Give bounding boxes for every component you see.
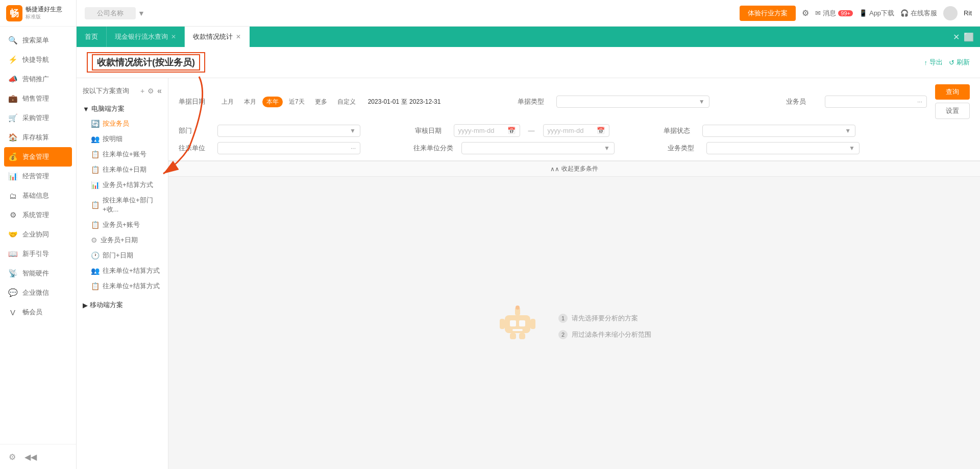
voucher-status-chevron: ▼ bbox=[845, 127, 851, 134]
home-tab-label: 首页 bbox=[85, 32, 98, 41]
quick-nav-icon: ⚡ bbox=[8, 55, 17, 64]
sidebar-item-search-menu[interactable]: 🔍 搜索菜单 bbox=[0, 31, 76, 50]
review-date-end-text: yyyy-mm-dd bbox=[548, 127, 584, 134]
bank-tab-label: 现金银行流水查询 bbox=[115, 32, 168, 41]
empty-step-1: 1 请先选择要分析的方案 bbox=[558, 314, 638, 323]
tab-bar: 首页 现金银行流水查询 ✕ 收款情况统计 ✕ ✕ ⬜ bbox=[77, 27, 980, 47]
collapse-panel-icon[interactable]: « bbox=[157, 86, 162, 96]
user-avatar[interactable] bbox=[943, 6, 958, 20]
svg-point-5 bbox=[516, 306, 520, 310]
sidebar-item-quick-nav[interactable]: ⚡ 快捷导航 bbox=[0, 50, 76, 69]
sidebar-item-wechat[interactable]: 💬 企业微信 bbox=[0, 283, 76, 302]
maximize-window-icon[interactable]: ⬜ bbox=[964, 32, 974, 42]
scheme-item-salesperson-date[interactable]: ⚙ 业务员+日期 bbox=[77, 232, 168, 248]
trial-button[interactable]: 体验行业方案 bbox=[740, 6, 796, 21]
sidebar-item-system[interactable]: ⚙ 系统管理 bbox=[0, 205, 76, 225]
scheme-item-partner-account[interactable]: 📋 往来单位+账号 bbox=[77, 147, 168, 162]
voucher-type-select[interactable]: ▼ bbox=[556, 96, 709, 108]
scheme-item-salesperson-account[interactable]: 📋 业务员+账号 bbox=[77, 217, 168, 232]
dept-select[interactable]: ▼ bbox=[217, 125, 360, 137]
scheme-item-by-detail[interactable]: 👥 按明细 bbox=[77, 131, 168, 147]
sidebar-item-operations[interactable]: 📊 经营管理 bbox=[0, 167, 76, 186]
date-dash: — bbox=[528, 127, 535, 134]
date-tab-this-month[interactable]: 本月 bbox=[240, 97, 260, 107]
purchase-icon: 🛒 bbox=[8, 113, 17, 123]
date-tab-custom[interactable]: 自定义 bbox=[333, 97, 360, 107]
scheme-setting-icon[interactable]: ⚙ bbox=[148, 87, 154, 95]
bank-tab-close-icon[interactable]: ✕ bbox=[171, 33, 176, 40]
empty-step-2: 2 用过滤条件来缩小分析范围 bbox=[558, 330, 651, 339]
breadcrumb-area: 公司名称 ▼ bbox=[85, 7, 733, 19]
partner-category-select[interactable]: ▼ bbox=[461, 142, 615, 154]
scheme-group-desktop-header[interactable]: ▼ 电脑端方案 bbox=[77, 102, 168, 116]
filter-area: 单据日期 上月 本月 本年 近7天 更多 自定义 2023-01-01 至 bbox=[168, 78, 980, 161]
settings-footer-icon[interactable]: ⚙ bbox=[6, 451, 18, 463]
sidebar-item-enterprise[interactable]: 🤝 企业协同 bbox=[0, 225, 76, 244]
sidebar-item-smart-hw[interactable]: 📡 智能硬件 bbox=[0, 264, 76, 283]
partner-more-icon: ··· bbox=[351, 145, 356, 152]
review-date-end-input[interactable]: yyyy-mm-dd 📅 bbox=[543, 124, 609, 137]
sidebar-item-purchase[interactable]: 🛒 采购管理 bbox=[0, 108, 76, 128]
scheme-item-dept-date[interactable]: 🕐 部门+日期 bbox=[77, 248, 168, 263]
messages-button[interactable]: ✉ 消息 99+ bbox=[815, 9, 853, 18]
panel-header: 按以下方案查询 + ⚙ « bbox=[77, 82, 168, 100]
setting-button[interactable]: 设置 bbox=[935, 103, 970, 119]
date-range: 2023-01-01 至 2023-12-31 bbox=[368, 98, 441, 106]
tab-bank[interactable]: 现金银行流水查询 ✕ bbox=[107, 27, 185, 47]
online-service-button[interactable]: 🎧 在线客服 bbox=[900, 9, 937, 18]
svg-rect-8 bbox=[510, 333, 516, 339]
receipt-tab-close-icon[interactable]: ✕ bbox=[236, 33, 241, 40]
sidebar-item-guide[interactable]: 📖 新手引导 bbox=[0, 244, 76, 264]
date-tab-this-year[interactable]: 本年 bbox=[262, 97, 283, 107]
messages-badge: 99+ bbox=[838, 10, 853, 16]
scheme-item-partner-settlement1[interactable]: 👥 往来单位+结算方式 bbox=[77, 263, 168, 278]
partner-select[interactable]: ··· bbox=[217, 142, 360, 154]
business-type-chevron: ▼ bbox=[849, 145, 855, 152]
refresh-button[interactable]: ↺ 刷新 bbox=[949, 58, 970, 67]
scheme-group-mobile-header[interactable]: ▶ 移动端方案 bbox=[77, 298, 168, 312]
scheme-item-by-salesperson[interactable]: 🔄 按业务员 bbox=[77, 116, 168, 131]
scheme-item-salesperson-settlement[interactable]: 📊 业务员+结算方式 bbox=[77, 177, 168, 193]
date-range-start: 2023-01-01 bbox=[368, 98, 399, 105]
export-button[interactable]: ↑ 导出 bbox=[924, 58, 943, 67]
salesperson-select[interactable]: ··· bbox=[825, 96, 927, 108]
voucher-status-select[interactable]: ▼ bbox=[702, 125, 855, 137]
tab-home[interactable]: 首页 bbox=[77, 27, 107, 47]
sidebar-item-sales[interactable]: 💼 销售管理 bbox=[0, 89, 76, 108]
review-date-start-input[interactable]: yyyy-mm-dd 📅 bbox=[454, 124, 520, 137]
svg-rect-7 bbox=[530, 319, 535, 329]
partner-label: 往来单位 bbox=[179, 144, 209, 153]
company-selector[interactable]: 公司名称 bbox=[85, 7, 136, 19]
sidebar-item-marketing[interactable]: 📣 营销推广 bbox=[0, 69, 76, 89]
app-download-button[interactable]: 📱 App下载 bbox=[859, 9, 894, 18]
scheme-item-label: 按业务员 bbox=[103, 119, 129, 128]
sidebar-item-inventory[interactable]: 🏠 库存核算 bbox=[0, 128, 76, 147]
date-tab-last-month[interactable]: 上月 bbox=[217, 97, 238, 107]
page-actions: ↑ 导出 ↺ 刷新 bbox=[924, 58, 970, 67]
business-type-select[interactable]: ▼ bbox=[706, 142, 860, 154]
date-range-end: 2023-12-31 bbox=[409, 98, 440, 105]
company-dropdown-icon[interactable]: ▼ bbox=[138, 9, 145, 17]
export-icon: ↑ bbox=[924, 59, 928, 66]
date-tab-more[interactable]: 更多 bbox=[311, 97, 331, 107]
scheme-item-partner-settlement2[interactable]: 📋 往来单位+结算方式 bbox=[77, 278, 168, 294]
sidebar-item-basic[interactable]: 🗂 基础信息 bbox=[0, 186, 76, 205]
tab-receipt[interactable]: 收款情况统计 ✕ bbox=[185, 27, 250, 47]
step-2-text: 用过滤条件来缩小分析范围 bbox=[572, 330, 651, 339]
sidebar-footer: ⚙ ◀◀ bbox=[0, 444, 76, 469]
sidebar-item-member[interactable]: V 畅会员 bbox=[0, 302, 76, 322]
collapse-bar[interactable]: ∧∧ 收起更多条件 bbox=[168, 161, 980, 177]
svg-rect-3 bbox=[512, 329, 523, 331]
empty-state: 1 请先选择要分析的方案 2 用过滤条件来缩小分析范围 bbox=[558, 314, 651, 342]
page-header: 收款情况统计(按业务员) ↑ 导出 ↺ 刷新 bbox=[77, 47, 980, 78]
scheme-item-partner-date[interactable]: 📋 往来单位+日期 bbox=[77, 162, 168, 177]
close-window-icon[interactable]: ✕ bbox=[953, 32, 960, 42]
scheme-item-partner-dept[interactable]: 📋 按往来单位+部门+收... bbox=[77, 193, 168, 217]
date-tab-7days[interactable]: 近7天 bbox=[285, 97, 309, 107]
add-scheme-icon[interactable]: + bbox=[140, 87, 144, 95]
sidebar-item-finance[interactable]: 💰 资金管理 bbox=[4, 147, 72, 167]
date-label: 单据日期 bbox=[179, 97, 209, 106]
query-button[interactable]: 查询 bbox=[935, 84, 970, 100]
collapse-sidebar-icon[interactable]: ◀◀ bbox=[24, 451, 37, 463]
gear-icon[interactable]: ⚙ bbox=[802, 8, 809, 18]
